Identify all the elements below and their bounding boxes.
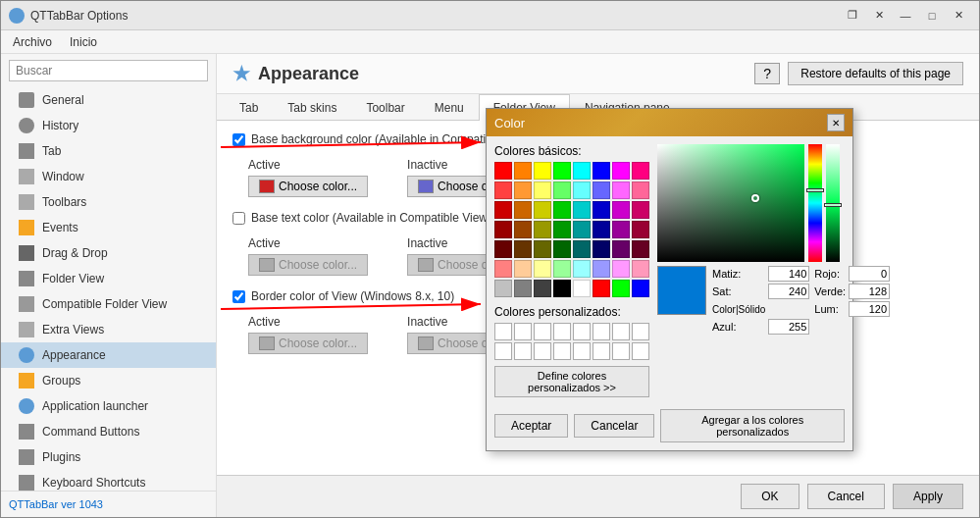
choose-active-text-btn[interactable]: Choose color... bbox=[248, 254, 368, 276]
basic-color-cell[interactable] bbox=[612, 221, 630, 238]
basic-color-cell[interactable] bbox=[573, 240, 591, 258]
basic-color-cell[interactable] bbox=[553, 260, 571, 278]
basic-color-cell[interactable] bbox=[494, 240, 512, 258]
lum-input[interactable] bbox=[849, 301, 890, 317]
menu-inicio[interactable]: Inicio bbox=[62, 33, 105, 51]
basic-color-cell[interactable] bbox=[534, 280, 551, 297]
custom-color-cell[interactable] bbox=[514, 342, 532, 360]
basic-color-cell[interactable] bbox=[514, 240, 532, 258]
custom-color-cell[interactable] bbox=[494, 323, 512, 340]
basic-color-cell[interactable] bbox=[632, 280, 649, 297]
minimize-btn[interactable]: — bbox=[893, 6, 918, 26]
dialog-close-btn[interactable]: ✕ bbox=[827, 114, 845, 131]
basic-color-cell[interactable] bbox=[593, 181, 610, 199]
sidebar-item-tab[interactable]: Tab bbox=[1, 138, 216, 164]
custom-color-cell[interactable] bbox=[553, 323, 571, 340]
add-custom-color-btn[interactable]: Agregar a los colores personalizados bbox=[660, 409, 845, 442]
sidebar-item-applauncher[interactable]: Application launcher bbox=[1, 393, 216, 419]
tab-toolbar[interactable]: Toolbar bbox=[351, 94, 419, 121]
basic-color-cell[interactable] bbox=[514, 221, 532, 238]
tab-tab[interactable]: Tab bbox=[225, 94, 273, 121]
choose-active-border-btn[interactable]: Choose color... bbox=[248, 333, 368, 354]
basic-color-cell[interactable] bbox=[593, 280, 610, 297]
basic-color-cell[interactable] bbox=[553, 240, 571, 258]
menu-archivo[interactable]: Archivo bbox=[5, 33, 60, 51]
sidebar-item-kbshortcuts[interactable]: Keyboard Shortcuts bbox=[1, 470, 216, 491]
checkbox-base-text[interactable] bbox=[232, 212, 245, 225]
sidebar-item-history[interactable]: History bbox=[1, 113, 216, 138]
checkbox-border[interactable] bbox=[232, 290, 245, 303]
tab-menu[interactable]: Menu bbox=[420, 94, 479, 121]
basic-color-cell[interactable] bbox=[632, 162, 649, 180]
sidebar-item-groups[interactable]: Groups bbox=[1, 368, 216, 393]
sidebar-item-window[interactable]: Window bbox=[1, 164, 216, 189]
custom-color-cell[interactable] bbox=[534, 323, 551, 340]
custom-color-cell[interactable] bbox=[534, 342, 551, 360]
custom-color-cell[interactable] bbox=[553, 342, 571, 360]
sidebar-item-general[interactable]: General bbox=[1, 87, 216, 113]
sidebar-item-extraviews[interactable]: Extra Views bbox=[1, 317, 216, 342]
basic-color-cell[interactable] bbox=[573, 260, 591, 278]
custom-color-cell[interactable] bbox=[573, 342, 591, 360]
custom-color-cell[interactable] bbox=[632, 323, 649, 340]
maximize-btn[interactable]: □ bbox=[919, 6, 945, 26]
hue-input[interactable] bbox=[768, 266, 809, 282]
custom-color-cell[interactable] bbox=[612, 342, 630, 360]
apply-btn[interactable]: Apply bbox=[893, 484, 963, 509]
basic-color-cell[interactable] bbox=[573, 201, 591, 219]
ok-btn[interactable]: OK bbox=[741, 484, 799, 509]
dialog-ok-btn[interactable]: Aceptar bbox=[494, 414, 568, 438]
basic-color-cell[interactable] bbox=[593, 260, 610, 278]
dialog-cancel-btn[interactable]: Cancelar bbox=[574, 414, 654, 438]
custom-color-cell[interactable] bbox=[494, 342, 512, 360]
basic-color-cell[interactable] bbox=[612, 162, 630, 180]
basic-color-cell[interactable] bbox=[632, 221, 649, 238]
sidebar-item-cmdbtn[interactable]: Command Buttons bbox=[1, 419, 216, 444]
basic-color-cell[interactable] bbox=[632, 181, 649, 199]
help-button[interactable]: ? bbox=[754, 63, 780, 84]
sidebar-item-plugins[interactable]: Plugins bbox=[1, 444, 216, 470]
extra-restore-btn[interactable]: ❐ bbox=[840, 6, 865, 26]
basic-color-cell[interactable] bbox=[514, 162, 532, 180]
custom-color-cell[interactable] bbox=[593, 342, 610, 360]
basic-color-cell[interactable] bbox=[553, 162, 571, 180]
sidebar-item-events[interactable]: Events bbox=[1, 215, 216, 240]
basic-color-cell[interactable] bbox=[494, 260, 512, 278]
custom-color-cell[interactable] bbox=[612, 323, 630, 340]
basic-color-cell[interactable] bbox=[593, 240, 610, 258]
custom-color-cell[interactable] bbox=[514, 323, 532, 340]
basic-color-cell[interactable] bbox=[573, 181, 591, 199]
basic-color-cell[interactable] bbox=[612, 240, 630, 258]
hue-slider[interactable] bbox=[808, 144, 822, 262]
basic-color-cell[interactable] bbox=[593, 162, 610, 180]
basic-color-cell[interactable] bbox=[494, 280, 512, 297]
basic-color-cell[interactable] bbox=[632, 201, 649, 219]
basic-color-cell[interactable] bbox=[553, 221, 571, 238]
sidebar-item-folderview[interactable]: Folder View bbox=[1, 266, 216, 291]
close-btn[interactable]: ✕ bbox=[946, 6, 971, 26]
basic-color-cell[interactable] bbox=[534, 162, 551, 180]
basic-color-cell[interactable] bbox=[534, 181, 551, 199]
basic-color-cell[interactable] bbox=[534, 240, 551, 258]
basic-color-cell[interactable] bbox=[514, 201, 532, 219]
basic-color-cell[interactable] bbox=[553, 181, 571, 199]
sidebar-item-toolbars[interactable]: Toolbars bbox=[1, 189, 216, 215]
basic-color-cell[interactable] bbox=[612, 260, 630, 278]
custom-color-cell[interactable] bbox=[573, 323, 591, 340]
basic-color-cell[interactable] bbox=[632, 240, 649, 258]
restore-defaults-btn[interactable]: Restore defaults of this page bbox=[788, 62, 963, 85]
basic-color-cell[interactable] bbox=[573, 280, 591, 297]
basic-color-cell[interactable] bbox=[573, 162, 591, 180]
search-input[interactable] bbox=[9, 60, 208, 81]
basic-color-cell[interactable] bbox=[514, 181, 532, 199]
basic-color-cell[interactable] bbox=[494, 162, 512, 180]
basic-color-cell[interactable] bbox=[612, 280, 630, 297]
basic-color-cell[interactable] bbox=[553, 280, 571, 297]
cancel-btn[interactable]: Cancel bbox=[807, 484, 885, 509]
lightness-slider[interactable] bbox=[826, 144, 840, 262]
basic-color-cell[interactable] bbox=[612, 181, 630, 199]
tab-tabskins[interactable]: Tab skins bbox=[273, 94, 351, 121]
basic-color-cell[interactable] bbox=[514, 260, 532, 278]
basic-color-cell[interactable] bbox=[534, 260, 551, 278]
red-input[interactable] bbox=[849, 266, 890, 282]
